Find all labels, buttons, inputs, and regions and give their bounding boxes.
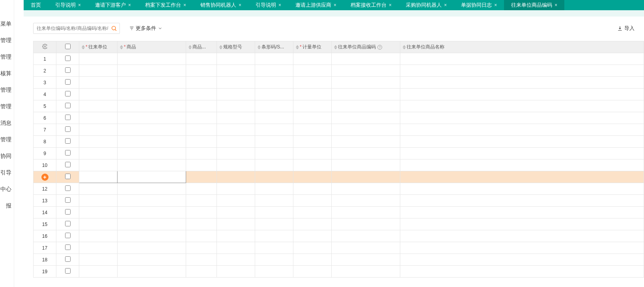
close-icon[interactable]: × xyxy=(183,2,186,8)
close-icon[interactable]: × xyxy=(78,2,81,8)
close-icon[interactable]: × xyxy=(334,2,336,8)
cell-d xyxy=(217,218,255,230)
sidebar-item[interactable]: 管理 xyxy=(0,98,14,115)
cell-d xyxy=(217,230,255,242)
close-icon[interactable]: × xyxy=(128,2,131,8)
column-header-c[interactable]: 商品... xyxy=(186,41,217,53)
close-icon[interactable]: × xyxy=(494,2,497,8)
cell-g xyxy=(332,171,400,183)
more-conditions-button[interactable]: 更多条件 xyxy=(129,25,162,32)
cell-f xyxy=(293,89,332,100)
column-header-g[interactable]: 往来单位商品编码? xyxy=(332,41,400,53)
close-icon[interactable]: × xyxy=(239,2,241,8)
sidebar-item[interactable]: 报 xyxy=(0,198,14,214)
cell-e xyxy=(255,148,293,159)
sidebar-item[interactable]: 中心 xyxy=(0,181,14,198)
row-checkbox[interactable] xyxy=(65,56,71,61)
svg-marker-14 xyxy=(296,47,299,49)
cell-idx: 1 xyxy=(34,53,56,65)
main: 更多条件 导入 *往来单位 xyxy=(24,17,644,287)
row-checkbox[interactable] xyxy=(65,162,71,167)
row-checkbox[interactable] xyxy=(65,197,71,203)
cell-a xyxy=(79,159,118,171)
row-checkbox[interactable] xyxy=(65,126,71,132)
sidebar-item[interactable]: 管理 xyxy=(0,82,14,98)
cell-d xyxy=(217,207,255,218)
sidebar-item[interactable]: 管理 xyxy=(0,32,14,49)
column-header-f[interactable]: *计量单位 xyxy=(293,41,332,53)
cell-a[interactable] xyxy=(79,171,118,183)
row-checkbox[interactable] xyxy=(65,67,71,73)
sidebar-item[interactable]: 引导 xyxy=(0,165,14,181)
sidebar-item[interactable]: 管理 xyxy=(0,49,14,65)
tab[interactable]: 档案接收工作台× xyxy=(343,0,399,10)
tab[interactable]: 档案下发工作台× xyxy=(138,0,193,10)
row-checkbox[interactable] xyxy=(65,209,71,215)
tab[interactable]: 邀请下游客户× xyxy=(88,0,138,10)
row-checkbox[interactable] xyxy=(65,103,71,108)
column-header-e[interactable]: 条形码/S... xyxy=(255,41,293,53)
cell-h xyxy=(400,112,644,124)
cell-g xyxy=(332,136,400,148)
cell-f xyxy=(293,77,332,89)
close-icon[interactable]: × xyxy=(444,2,447,8)
cell-f xyxy=(293,53,332,65)
sidebar-item[interactable]: 核算 xyxy=(0,65,14,82)
import-button[interactable]: 导入 xyxy=(617,25,635,32)
cell-c xyxy=(186,207,217,218)
tab[interactable]: 单据协同日志× xyxy=(454,0,504,10)
row-checkbox[interactable] xyxy=(65,150,71,156)
row-checkbox[interactable] xyxy=(65,138,71,144)
row-checkbox[interactable] xyxy=(65,221,71,226)
table-row: 4 xyxy=(34,89,644,100)
tab[interactable]: 引导说明× xyxy=(248,0,288,10)
help-icon[interactable]: ? xyxy=(377,45,382,50)
cell-idx: 12 xyxy=(34,183,56,195)
column-header-d[interactable]: 规格型号 xyxy=(217,41,255,53)
row-checkbox[interactable] xyxy=(65,79,71,85)
column-header-a[interactable]: *往来单位 xyxy=(79,41,118,53)
sidebar-item[interactable]: 管理 xyxy=(0,131,14,148)
row-checkbox[interactable] xyxy=(65,233,71,238)
select-all-checkbox[interactable] xyxy=(65,44,71,49)
cell-a xyxy=(79,124,118,136)
close-icon[interactable]: × xyxy=(278,2,281,8)
add-row-button[interactable]: + xyxy=(41,174,49,181)
column-header-b[interactable]: *商品 xyxy=(118,41,186,53)
svg-marker-10 xyxy=(219,47,222,49)
row-checkbox[interactable] xyxy=(65,91,71,96)
search-input[interactable] xyxy=(34,26,119,31)
cell-g xyxy=(332,100,400,112)
tab[interactable]: 销售协同机器人× xyxy=(193,0,248,10)
tab[interactable]: 往来单位商品编码× xyxy=(504,0,564,10)
cell-b xyxy=(118,136,186,148)
cell-h xyxy=(400,183,644,195)
row-checkbox[interactable] xyxy=(65,185,71,191)
cell-b[interactable] xyxy=(118,171,186,183)
row-checkbox[interactable] xyxy=(65,268,71,274)
row-checkbox[interactable] xyxy=(65,244,71,250)
cell-b xyxy=(118,242,186,254)
sidebar-item[interactable]: 菜单 xyxy=(0,16,14,32)
tab[interactable]: 采购协同机器人× xyxy=(399,0,454,10)
sidebar-item[interactable]: 消息 xyxy=(0,115,14,131)
row-checkbox[interactable] xyxy=(65,115,71,120)
column-header-idx xyxy=(34,41,56,53)
sidebar-item[interactable]: 协同 xyxy=(0,148,14,165)
cell-chk xyxy=(56,183,79,195)
tab[interactable]: 邀请上游供应商× xyxy=(288,0,343,10)
close-icon[interactable]: × xyxy=(389,2,392,8)
cell-e xyxy=(255,89,293,100)
column-label: 往来单位 xyxy=(88,44,107,50)
cell-a xyxy=(79,242,118,254)
column-header-h[interactable]: 往来单位商品名称 xyxy=(400,41,644,53)
row-checkbox[interactable] xyxy=(65,174,71,179)
close-icon[interactable]: × xyxy=(554,2,557,8)
row-checkbox[interactable] xyxy=(65,256,71,262)
tab[interactable]: 首页 xyxy=(24,0,48,10)
gear-icon[interactable] xyxy=(42,45,48,50)
table-row: 13 xyxy=(34,195,644,207)
cell-idx: 4 xyxy=(34,89,56,100)
tab[interactable]: 引导说明× xyxy=(48,0,88,10)
search-icon[interactable] xyxy=(111,25,117,31)
